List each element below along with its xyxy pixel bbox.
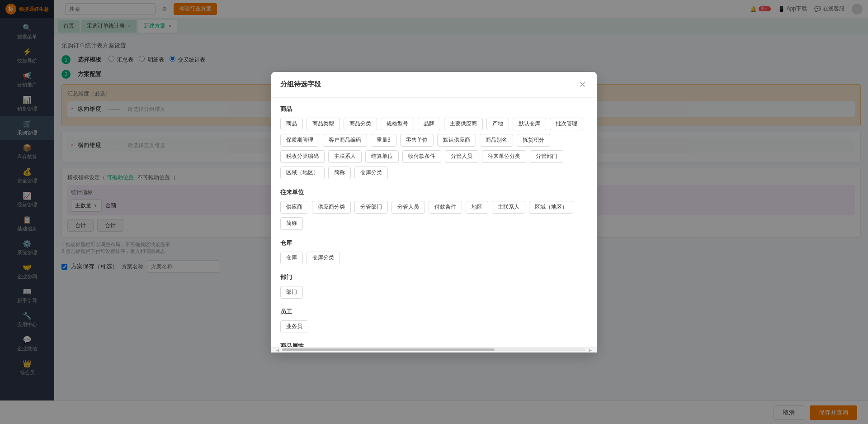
field-chip-0-13[interactable]: 默认供应商 — [437, 134, 476, 147]
field-chip-0-18[interactable]: 结算单位 — [365, 150, 399, 163]
field-chip-0-19[interactable]: 收付款条件 — [402, 150, 441, 163]
modal-header: 分组待选字段 ✕ — [271, 72, 597, 98]
field-chips-0: 商品商品类型商品分类规格型号品牌主要供应商产地默认仓库批次管理保质期管理客户商品… — [280, 118, 588, 179]
field-chip-1-4[interactable]: 付款条件 — [429, 201, 462, 214]
field-chip-1-8[interactable]: 简称 — [280, 217, 303, 230]
field-chip-0-4[interactable]: 品牌 — [418, 118, 440, 130]
field-chip-1-1[interactable]: 供应商分类 — [312, 201, 351, 214]
section-title-4: 员工 — [280, 308, 588, 316]
field-chips-1: 供应商供应商分类分管部门分管人员付款条件地区主联系人区域（地区）简称 — [280, 201, 588, 230]
modal-section-员工: 员工业务员 — [280, 308, 588, 333]
section-title-2: 仓库 — [280, 239, 588, 247]
modal-section-商品属性: 商品属性属性颜色多规格尺码鞋码1 — [280, 342, 588, 347]
field-chip-0-16[interactable]: 税收分类编码 — [280, 150, 325, 163]
field-chip-0-3[interactable]: 规格型号 — [381, 118, 414, 130]
modal-section-商品: 商品商品商品类型商品分类规格型号品牌主要供应商产地默认仓库批次管理保质期管理客户… — [280, 105, 588, 179]
section-title-0: 商品 — [280, 105, 588, 113]
field-chip-0-2[interactable]: 商品分类 — [344, 118, 377, 130]
field-chip-1-2[interactable]: 分管部门 — [354, 201, 388, 214]
field-chip-0-8[interactable]: 批次管理 — [550, 118, 583, 130]
field-chip-1-7[interactable]: 区域（地区） — [529, 201, 573, 214]
field-chips-3: 部门 — [280, 286, 588, 299]
field-chip-0-7[interactable]: 默认仓库 — [513, 118, 546, 130]
field-chip-0-24[interactable]: 简称 — [328, 167, 351, 179]
field-chip-0-23[interactable]: 区域（地区） — [280, 167, 325, 179]
modal-section-仓库: 仓库仓库仓库分类 — [280, 239, 588, 264]
field-chip-0-5[interactable]: 主要供应商 — [444, 118, 483, 130]
field-chip-1-0[interactable]: 供应商 — [280, 201, 308, 214]
field-chip-0-6[interactable]: 产地 — [486, 118, 509, 130]
field-chip-0-0[interactable]: 商品 — [280, 118, 303, 130]
field-chip-0-14[interactable]: 商品别名 — [480, 134, 513, 147]
field-chip-0-1[interactable]: 商品类型 — [307, 118, 340, 130]
field-chip-0-15[interactable]: 拣货积分 — [517, 134, 550, 147]
field-chip-0-21[interactable]: 往来单位分类 — [482, 150, 526, 163]
field-chip-0-11[interactable]: 重量3 — [371, 134, 396, 147]
field-chips-4: 业务员 — [280, 320, 588, 333]
field-chip-0-10[interactable]: 客户商品编码 — [323, 134, 367, 147]
modal-section-部门: 部门部门 — [280, 273, 588, 299]
section-title-3: 部门 — [280, 273, 588, 281]
field-chip-1-3[interactable]: 分管人员 — [392, 201, 425, 214]
field-chip-2-1[interactable]: 仓库分类 — [307, 252, 340, 264]
field-chip-1-5[interactable]: 地区 — [466, 201, 488, 214]
field-chip-2-0[interactable]: 仓库 — [280, 252, 303, 264]
field-chip-0-17[interactable]: 主联系人 — [328, 150, 362, 163]
section-title-1: 往来单位 — [280, 188, 588, 196]
field-chip-3-0[interactable]: 部门 — [280, 286, 303, 299]
field-chip-4-0[interactable]: 业务员 — [280, 320, 308, 333]
field-chip-0-9[interactable]: 保质期管理 — [280, 134, 319, 147]
modal-body: 商品商品商品类型商品分类规格型号品牌主要供应商产地默认仓库批次管理保质期管理客户… — [271, 98, 597, 347]
field-chip-1-6[interactable]: 主联系人 — [492, 201, 525, 214]
modal-overlay: 分组待选字段 ✕ 商品商品商品类型商品分类规格型号品牌主要供应商产地默认仓库批次… — [0, 0, 868, 424]
modal: 分组待选字段 ✕ 商品商品商品类型商品分类规格型号品牌主要供应商产地默认仓库批次… — [271, 72, 597, 353]
modal-section-往来单位: 往来单位供应商供应商分类分管部门分管人员付款条件地区主联系人区域（地区）简称 — [280, 188, 588, 230]
field-chip-0-12[interactable]: 零售单位 — [400, 134, 434, 147]
field-chip-0-22[interactable]: 分管部门 — [530, 150, 563, 163]
modal-close-btn[interactable]: ✕ — [577, 79, 588, 90]
section-title-5: 商品属性 — [280, 342, 588, 347]
field-chips-2: 仓库仓库分类 — [280, 252, 588, 264]
field-chip-0-25[interactable]: 仓库分类 — [354, 167, 388, 179]
field-chip-0-20[interactable]: 分管人员 — [445, 150, 478, 163]
modal-scrollbar-h: ◀ ▶ — [271, 347, 597, 353]
modal-title: 分组待选字段 — [280, 80, 321, 89]
